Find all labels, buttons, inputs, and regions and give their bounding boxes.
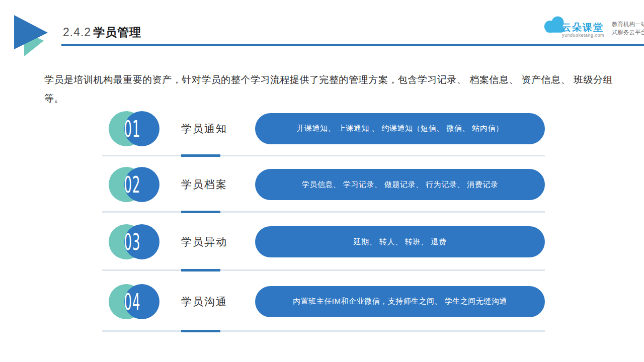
number-badge: 02 <box>109 167 159 202</box>
feature-row-communicate: 04 学员沟通 内置班主任IM和企业微信，支持师生之间、 学生之间无缝沟通 <box>102 271 545 332</box>
feature-rows: 01 学员通知 开课通知、 上课通知 、 约课通知（短信、 微信、 站内信） 0… <box>102 101 545 332</box>
divider-accent <box>181 330 220 332</box>
row-label: 学员档案 <box>181 177 227 192</box>
row-number: 02 <box>119 167 145 202</box>
row-number: 04 <box>119 284 145 319</box>
section-number: 2.4.2 <box>63 26 91 39</box>
number-badge: 03 <box>109 224 159 259</box>
brand-tagline-line1: 教育机构一站 <box>612 20 644 28</box>
brand-domain: yunduoketang.com <box>562 33 604 38</box>
row-number: 03 <box>119 224 145 259</box>
corner-triangles-icon <box>0 0 65 60</box>
feature-row-notify: 01 学员通知 开课通知、 上课通知 、 约课通知（短信、 微信、 站内信） <box>102 101 545 156</box>
row-description-pill: 开课通知、 上课通知 、 约课通知（短信、 微信、 站内信） <box>255 113 545 144</box>
row-label: 学员沟通 <box>181 295 227 309</box>
feature-row-change: 03 学员异动 延期、 转人、 转班、 退费 <box>102 213 545 271</box>
page-title: 2.4.2学员管理 <box>63 25 141 40</box>
feature-row-archive: 02 学员档案 学员信息、 学习记录、 做题记录、 行为记录、 消费记录 <box>102 156 545 213</box>
row-divider <box>102 330 545 332</box>
brand-tagline-line2: 式服务云平台 <box>612 28 644 36</box>
logo-separator <box>607 19 607 36</box>
number-badge: 04 <box>109 284 159 319</box>
row-label: 学员通知 <box>181 122 227 136</box>
row-number: 01 <box>119 111 145 146</box>
row-description-pill: 内置班主任IM和企业微信，支持师生之间、 学生之间无缝沟通 <box>255 286 545 317</box>
slide: 2.4.2学员管理 云朵课堂 yunduoketang.com 教育机构一站 式… <box>0 0 644 362</box>
row-description-pill: 学员信息、 学习记录、 做题记录、 行为记录、 消费记录 <box>255 169 545 200</box>
page-title-text: 学员管理 <box>93 26 141 39</box>
number-badge: 01 <box>109 111 159 146</box>
title-underline <box>61 44 644 46</box>
brand-logo: 云朵课堂 yunduoketang.com 教育机构一站 式服务云平台 <box>543 14 636 39</box>
row-label: 学员异动 <box>181 235 227 249</box>
brand-tagline: 教育机构一站 式服务云平台 <box>612 20 644 36</box>
row-description-pill: 延期、 转人、 转班、 退费 <box>255 226 545 257</box>
